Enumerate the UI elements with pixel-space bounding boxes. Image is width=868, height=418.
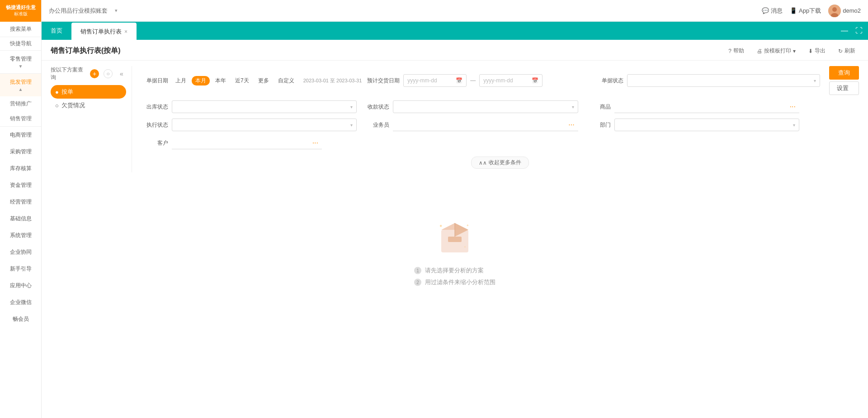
collapse-text: 收起更多条件 [489,159,521,166]
tabbar-maximize-icon[interactable]: ⛶ [854,25,864,37]
empty-tips: 1 请先选择要分析的方案 2 用过滤条件来缩小分析范围 [414,266,495,286]
print-arrow-icon: ▾ [793,48,796,54]
tab-sales-order[interactable]: 销售订单执行表 × [71,23,137,41]
sidebar-item-label: 零售管理 [10,55,32,63]
tab-home[interactable]: 首页 [42,22,71,40]
status-select[interactable]: ▾ [627,74,820,87]
sidebar-item-collab[interactable]: 企业协同 [0,244,41,261]
sidebar-item-basicinfo[interactable]: 基础信息 [0,210,41,227]
sidebar-item-label: 库存核算 [10,165,32,172]
help-icon: ? [728,48,731,54]
sidebar-arrow: ▲ [19,87,23,92]
logo-text-line1: 畅捷通好生意 [6,5,36,10]
sidebar-item-finance[interactable]: 资金管理 [0,177,41,194]
sidebar-item-label: 电商管理 [10,131,32,139]
sidebar-item-label: 畅会员 [13,315,29,323]
date-btn-thisyear[interactable]: 本年 [212,76,230,86]
sidebar-item-wholesale[interactable]: 批发管理 ▲ [0,74,41,96]
topbar-user[interactable]: demo2 [828,5,861,17]
customer-more-btn[interactable]: ··· [311,139,320,147]
tab-close-icon[interactable]: × [124,28,127,35]
sidebar-item-label: 新手引导 [10,265,32,273]
sidebar-item-system[interactable]: 系统管理 [0,227,41,244]
topbar-dropdown-icon[interactable]: ▾ [115,8,118,14]
date-btn-7days[interactable]: 近7天 [231,76,253,86]
date-range-display: 2023-03-01 至 2023-03-31 [303,77,362,84]
refresh-button[interactable]: ↻ 刷新 [835,45,859,57]
sidebar-item-label: 批发管理 [10,78,32,86]
sidebar-search[interactable]: 搜索菜单 [0,22,41,37]
sidebar-logo[interactable]: 畅捷通好生意 标准版 [0,0,41,22]
scheme-item-shortage[interactable]: ○ 欠货情况 [51,99,126,112]
date-btn-custom[interactable]: 自定义 [274,76,298,86]
date-btn-more[interactable]: 更多 [255,76,273,86]
receipt-select[interactable]: ▾ [393,100,578,113]
date-btn-thismonth[interactable]: 本月 [192,76,210,86]
sidebar-item-newguide[interactable]: 新手引导 [0,261,41,277]
topbar-app-btn[interactable]: 📱 App下载 [790,7,821,15]
sidebar-item-member[interactable]: 畅会员 [0,311,41,328]
tabbar: 首页 销售订单执行表 × — ⛶ [42,22,868,40]
empty-state: ✦ ✦ ✦ 1 请先选择要分析的方案 2 用过滤条件来缩小分析范围 [42,178,868,323]
empty-illustration: ✦ ✦ ✦ [432,214,477,259]
dept-label: 部门 [584,121,611,129]
expected-date-end[interactable]: yyyy-mm-dd 📅 [479,74,542,87]
add-scheme-button[interactable]: + [90,69,99,78]
product-more-btn[interactable]: ··· [788,103,797,111]
sidebar-item-label: 企业协同 [10,248,32,256]
settings-button[interactable]: 设置 [829,81,859,95]
page-actions: ? 帮助 🖨 按模板打印 ▾ ⬇ 导出 ↻ 刷新 [725,45,859,57]
expected-date-start[interactable]: yyyy-mm-dd 📅 [403,74,467,87]
sidebar-group-retail: 零售管理 ▼ [0,51,41,74]
tabbar-minimize-icon[interactable]: — [839,25,850,37]
empty-tip-2: 2 用过滤条件来缩小分析范围 [414,278,495,286]
collapse-up-icon: ∧∧ [479,160,487,166]
export-button[interactable]: ⬇ 导出 [805,45,829,57]
salesman-more-btn[interactable]: ··· [566,121,576,129]
tabbar-actions: — ⛶ [839,25,868,37]
help-button[interactable]: ? 帮助 [725,45,748,57]
date-label: 单据日期 [141,77,168,85]
print-button[interactable]: 🖨 按模板打印 ▾ [753,45,799,57]
sidebar-item-label: 经营管理 [10,198,32,206]
sidebar-item-appcenter[interactable]: 应用中心 [0,277,41,294]
collapse-scheme-button[interactable]: « [117,69,126,78]
filter-scheme-title: 按以下方案查询 + ○ « [51,66,126,81]
sidebar-item-purchase[interactable]: 采购管理 [0,143,41,160]
collapse-more-btn[interactable]: ∧∧ 收起更多条件 [471,157,529,169]
dept-select[interactable]: ▾ [614,119,799,131]
delete-scheme-button[interactable]: ○ [104,69,113,78]
query-button[interactable]: 查询 [829,66,859,80]
svg-rect-7 [448,237,462,242]
sidebar-item-ecommerce[interactable]: 电商管理 [0,127,41,143]
sidebar-item-wechat[interactable]: 企业微信 [0,294,41,311]
sidebar-quicknav[interactable]: 快捷导航 [0,37,41,51]
calendar-icon: 📅 [456,77,462,84]
scheme-item-by-order[interactable]: ● 按单 [51,85,126,99]
sidebar-item-operations[interactable]: 经营管理 [0,194,41,210]
sidebar-item-label: 系统管理 [10,232,32,239]
outbound-select[interactable]: ▾ [172,100,357,113]
receipt-arrow-icon: ▾ [572,104,574,109]
main-area: 办公用品行业模拟账套 ▾ 💬 消息 📱 App下载 demo2 首页 销 [42,0,868,418]
sidebar-item-retail[interactable]: 零售管理 ▼ [0,51,41,73]
topbar-right: 💬 消息 📱 App下载 demo2 [762,5,861,17]
user-name: demo2 [843,7,861,14]
sidebar: 畅捷通好生意 标准版 搜索菜单 快捷导航 零售管理 ▼ 批发管理 ▲ 营销推广 … [0,0,42,418]
sidebar-sub-marketing[interactable]: 营销推广 [0,96,41,111]
topbar-message-btn[interactable]: 💬 消息 [762,7,783,15]
collapse-row: ∧∧ 收起更多条件 [141,155,859,172]
exec-label: 执行状态 [141,121,168,129]
message-label: 消息 [771,7,783,15]
sidebar-item-inventory[interactable]: 库存核算 [0,160,41,177]
salesman-label: 业务员 [362,121,389,129]
outbound-arrow-icon: ▾ [350,104,353,109]
app-label: App下载 [799,7,821,15]
svg-point-1 [832,7,837,12]
action-buttons: 查询 设置 [826,66,859,95]
date-btn-lastmonth[interactable]: 上月 [172,76,190,86]
topbar-title[interactable]: 办公用品行业模拟账套 [49,7,108,15]
exec-select[interactable]: ▾ [172,119,357,131]
sidebar-sub-sales[interactable]: 销售管理 [0,111,41,126]
page: 销售订单执行表(按单) ? 帮助 🖨 按模板打印 ▾ ⬇ 导出 [42,40,868,418]
